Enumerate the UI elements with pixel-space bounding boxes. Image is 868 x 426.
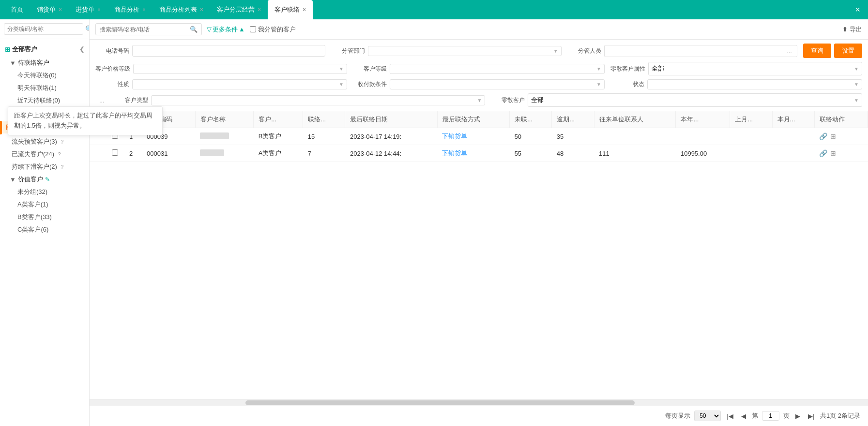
category-search-icon[interactable]: 🔍 xyxy=(85,25,90,33)
close-customer-contact-tab[interactable]: × xyxy=(303,6,306,13)
collapse-icon: ❮ xyxy=(79,46,84,53)
price-level-select[interactable]: ▼ xyxy=(133,64,347,74)
retail-customer-chevron-icon: ▼ xyxy=(854,98,859,103)
gender-select[interactable]: ▼ xyxy=(132,79,347,89)
phone-input[interactable] xyxy=(132,45,325,57)
customer-type-filter: 客户类型 ▼ xyxy=(114,95,486,105)
sidebar-item-loss-warning[interactable]: 流失预警客户(3) ? xyxy=(0,135,89,148)
col-actions: 联络动作 xyxy=(814,111,868,128)
sidebar: 🔍 ⊞ 全部客户 ❮ ▼ 待联络客户 今天待联络(0) 明天待联络(1) xyxy=(0,19,90,426)
main-layout: 🔍 ⊞ 全部客户 ❮ ▼ 待联络客户 今天待联络(0) 明天待联络(1) xyxy=(0,19,868,426)
tab-customer-tier[interactable]: 客户分层经营 × xyxy=(210,0,268,19)
close-purchase-tab[interactable]: × xyxy=(97,6,101,13)
row2-not-contacted: 55 xyxy=(510,145,552,162)
row2-select-checkbox[interactable] xyxy=(112,149,118,156)
close-sales-tab[interactable]: × xyxy=(59,6,62,13)
row2-grid-icon[interactable]: ⊞ xyxy=(830,149,836,157)
row1-action-icons: 🔗 ⊞ xyxy=(819,132,863,140)
sidebar-item-unclassified[interactable]: 未分组(32) xyxy=(6,186,89,198)
col-not-contacted: 未联... xyxy=(510,111,552,128)
manager-ellipsis[interactable]: ... xyxy=(785,47,794,55)
category-search-input[interactable] xyxy=(4,23,83,35)
sidebar-item-7days[interactable]: 近7天待联络(0) xyxy=(6,94,89,107)
next-page-button[interactable]: ▶ xyxy=(793,411,802,421)
customer-search-icon[interactable]: 🔍 xyxy=(190,26,198,33)
dept-filter: 分管部门 ▼ xyxy=(331,46,561,56)
retail-attr-filter: 零散客户属性 全部 ▼ xyxy=(610,62,862,75)
sidebar-item-today[interactable]: 今天待联络(0) xyxy=(6,69,89,82)
setup-button[interactable]: 设置 xyxy=(834,44,862,58)
first-page-button[interactable]: |◀ xyxy=(725,411,735,421)
col-contact-person: 往来单位联系人 xyxy=(594,111,676,128)
tab-purchase[interactable]: 进货单 × xyxy=(69,0,107,19)
prev-page-button[interactable]: ◀ xyxy=(739,411,748,421)
row2-overdue: 48 xyxy=(552,145,594,162)
table-header-row: ⚙ # 客户编码 客户名称 客户... xyxy=(90,111,868,128)
close-customer-tier-tab[interactable]: × xyxy=(258,6,261,13)
row2-contact-count: 7 xyxy=(303,145,345,162)
row2-last-contact-date: 2023-04-12 14:44: xyxy=(345,145,437,162)
retail-attr-select[interactable]: 全部 ▼ xyxy=(648,62,862,75)
export-button[interactable]: ⬆ 导出 xyxy=(842,25,862,34)
customer-search-input[interactable] xyxy=(100,26,188,33)
row1-link-icon[interactable]: 🔗 xyxy=(819,132,827,140)
customer-level-select[interactable]: ▼ xyxy=(390,64,605,74)
payment-select[interactable]: ▼ xyxy=(390,79,605,89)
more-filter-ellipsis[interactable]: ... xyxy=(95,95,108,106)
row1-last-contact-method[interactable]: 下销货单 xyxy=(437,128,509,145)
table-row: 1 000039 B类客户 15 2023-04-17 14:19: 下销货单 … xyxy=(90,128,868,145)
sidebar-item-class-a[interactable]: A类客户(1) xyxy=(6,198,89,211)
value-edit-icon[interactable]: ✎ xyxy=(45,176,50,183)
row2-settings xyxy=(90,145,107,162)
row1-not-contacted: 50 xyxy=(510,128,552,145)
tab-product-analysis-list[interactable]: 商品分析列表 × xyxy=(152,0,210,19)
sidebar-item-class-b[interactable]: B类客户(33) xyxy=(6,211,89,223)
close-product-list-tab[interactable]: × xyxy=(200,6,203,13)
horizontal-scrollbar[interactable] xyxy=(90,399,868,405)
row2-current-year: 10995.00 xyxy=(676,145,730,162)
row1-last-contact-date: 2023-04-17 14:19: xyxy=(345,128,437,145)
sidebar-item-already-lost[interactable]: 已流失客户(24) ? xyxy=(0,148,89,161)
loss-warning-help-icon[interactable]: ? xyxy=(61,139,63,145)
tab-customer-contact[interactable]: 客户联络 × xyxy=(268,0,313,19)
row2-current-month xyxy=(772,145,814,162)
value-customers-header[interactable]: ▼ 价值客户 ✎ xyxy=(6,173,89,186)
content-area: 距客户上次交易时长，超过了此客户的平均交易周期的1.5倍，则视为异常。 🔍 ▽ … xyxy=(90,19,868,426)
row2-last-contact-method[interactable]: 下销货单 xyxy=(437,145,509,162)
tab-product-analysis[interactable]: 商品分析 × xyxy=(107,0,152,19)
close-product-analysis-tab[interactable]: × xyxy=(142,6,146,13)
continuous-decline-help-icon[interactable]: ? xyxy=(61,164,63,170)
more-conditions-btn[interactable]: ▽ 更多条件 ▲ xyxy=(207,25,245,34)
table-row: 2 000031 A类客户 7 2023-04-12 14:44: 下销货单 5… xyxy=(90,145,868,162)
tab-sales[interactable]: 销货单 × xyxy=(30,0,69,19)
page-number-input[interactable] xyxy=(762,411,779,421)
my-customer-checkbox[interactable] xyxy=(250,26,256,32)
filter-row-1: 电话号码 分管部门 ▼ 分管人员 ... xyxy=(95,44,862,58)
gender-filter: 性质 ▼ xyxy=(95,79,347,89)
query-button[interactable]: 查询 xyxy=(803,44,831,58)
all-customers-header[interactable]: ⊞ 全部客户 ❮ xyxy=(0,42,89,57)
sidebar-item-class-c[interactable]: C类客户(6) xyxy=(6,223,89,236)
status-select[interactable]: ▼ xyxy=(647,79,862,89)
arrow-icon: ▼ xyxy=(10,59,16,67)
per-page-select[interactable]: 50 100 200 xyxy=(694,411,721,421)
customer-search-container: 🔍 xyxy=(95,23,202,35)
col-customer-name: 客户名称 xyxy=(195,111,254,128)
scrollbar-thumb[interactable] xyxy=(245,400,635,405)
tab-home[interactable]: 首页 xyxy=(4,0,30,19)
manager-select[interactable]: ... xyxy=(604,45,797,57)
dept-select[interactable]: ▼ xyxy=(368,46,561,56)
row2-action-icons: 🔗 ⊞ xyxy=(819,149,863,157)
sidebar-item-continuous-decline[interactable]: 持续下滑客户(2) ? xyxy=(0,161,89,173)
row1-actions: 🔗 ⊞ xyxy=(814,128,868,145)
pending-contact-header[interactable]: ▼ 待联络客户 xyxy=(6,57,89,69)
row1-grid-icon[interactable]: ⊞ xyxy=(830,132,836,140)
row2-link-icon[interactable]: 🔗 xyxy=(819,149,827,157)
row1-last-month xyxy=(730,128,772,145)
retail-customer-select[interactable]: 全部 ▼ xyxy=(528,93,862,107)
last-page-button[interactable]: ▶| xyxy=(806,411,816,421)
window-close-button[interactable]: × xyxy=(851,5,864,15)
already-lost-help-icon[interactable]: ? xyxy=(58,151,61,157)
customer-type-select[interactable]: ▼ xyxy=(151,95,486,105)
sidebar-item-tomorrow[interactable]: 明天待联络(1) xyxy=(6,82,89,94)
